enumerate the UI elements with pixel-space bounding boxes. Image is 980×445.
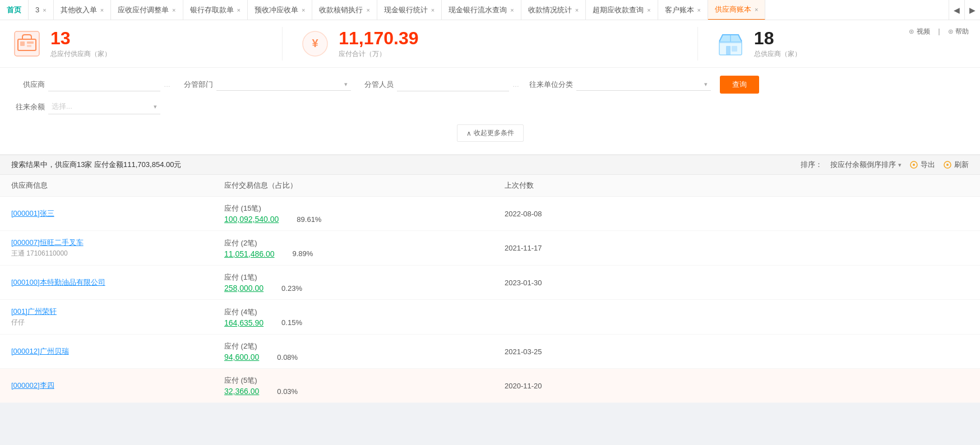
supplier-input[interactable] (48, 78, 160, 91)
nav-tab-receipt-verify-close[interactable]: × (366, 7, 369, 13)
nav-tab-supplier-ledger[interactable]: 供应商账本 × (708, 0, 765, 20)
supplier-link-3[interactable]: [000100]本特勤油品有限公司 (11, 277, 224, 288)
supplier-link-6[interactable]: [000002]李四 (11, 381, 224, 391)
result-bar: 搜索结果中，供应商13家 应付金额111,703,854.00元 排序： 按应付… (0, 155, 980, 175)
trade-info-3: 应付 (1笔) (224, 272, 505, 282)
nav-tab-customer-ledger-close[interactable]: × (697, 7, 701, 13)
table-row: [000100]本特勤油品有限公司 应付 (1笔) 258,000.00 0.2… (0, 266, 980, 300)
export-button[interactable]: 导出 (909, 160, 935, 170)
trade-amount-1[interactable]: 100,092,540.00 (224, 215, 279, 224)
stat-block-1: 13 总应付供应商（家） (11, 28, 265, 59)
nav-tab-overdue-ar[interactable]: 超期应收款查询 × (586, 0, 658, 20)
row-trade-col: 应付 (2笔) 11,051,486.00 9.89% (224, 238, 505, 258)
collapse-wrap: ∧ 收起更多条件 (11, 120, 969, 151)
nav-tab-ar-ap-adjust-label: 应收应付调整单 (118, 5, 169, 15)
person-input[interactable] (397, 78, 509, 91)
balance-select[interactable]: 选择... ▾ (48, 99, 160, 114)
nav-tab-supplier-ledger-close[interactable]: × (755, 6, 758, 13)
trade-type-3: 应付 ( (224, 273, 243, 281)
person-ellipsis-icon[interactable]: … (512, 81, 519, 89)
nav-tab-ar-ap-adjust[interactable]: 应收应付调整单 × (111, 0, 183, 20)
nav-tab-bank-deposit[interactable]: 银行存取款单 × (183, 0, 248, 20)
supplier-link-4[interactable]: [001]广州荣轩 (11, 307, 224, 317)
trade-count-1: 15笔 (243, 204, 258, 212)
help-link[interactable]: ⊙ 帮助 (948, 27, 969, 36)
collapse-up-icon: ∧ (466, 129, 471, 137)
person-field: 分管人员 … (360, 78, 519, 91)
nav-tab-receipt-verify-label: 收款核销执行 (319, 5, 363, 15)
balance-dropdown-icon: ▾ (154, 103, 157, 110)
nav-tab-other-income-close[interactable]: × (100, 7, 104, 13)
nav-tab-cash-bank-stats-close[interactable]: × (431, 7, 434, 13)
stat-number-3: 18 (754, 29, 801, 47)
supplier-label: 供应商 (11, 80, 45, 90)
supplier-field: 供应商 … (11, 78, 170, 91)
nav-tab-pre-receive[interactable]: 预收冲应收单 × (248, 0, 312, 20)
trade-amount-2[interactable]: 11,051,486.00 (224, 249, 275, 258)
collapse-button[interactable]: ∧ 收起更多条件 (457, 124, 524, 142)
nav-scroll-left[interactable]: ◀ (949, 0, 964, 20)
svg-point-15 (946, 164, 949, 166)
query-button[interactable]: 查询 (720, 76, 759, 94)
svg-rect-8 (726, 46, 731, 55)
nav-tab-customer-ledger[interactable]: 客户账本 × (658, 0, 708, 20)
refresh-icon (943, 160, 952, 169)
stat-label-2: 应付合计（万） (339, 49, 418, 59)
supplier-link-1[interactable]: [000001]张三 (11, 208, 224, 219)
trade-amount-row-2: 11,051,486.00 9.89% (224, 249, 505, 258)
video-link[interactable]: ⊙ 视频 (909, 27, 930, 36)
trade-info-5: 应付 (2笔) (224, 341, 505, 351)
stat-divider-2 (697, 27, 698, 61)
row-lastpay-col-1: 2022-08-08 (505, 203, 969, 224)
nav-tab-other-income[interactable]: 其他收入单 × (54, 0, 111, 20)
trade-amount-4[interactable]: 164,635.90 (224, 318, 264, 327)
person-label: 分管人员 (360, 80, 394, 90)
supplier-ellipsis-icon[interactable]: … (164, 81, 170, 89)
lastpay-date-2: 2021-11-17 (505, 244, 542, 252)
nav-tab-bank-deposit-close[interactable]: × (237, 7, 241, 13)
refresh-button[interactable]: 刷新 (943, 160, 969, 170)
supplier-link-2[interactable]: [000007]恒旺二手叉车 (11, 238, 224, 248)
dept-select[interactable]: ▾ (216, 78, 351, 91)
nav-scroll-right[interactable]: ▶ (964, 0, 980, 20)
nav-tab-cash-bank-query-close[interactable]: × (510, 7, 514, 13)
row-supplier-col: [000100]本特勤油品有限公司 (11, 272, 224, 293)
svg-rect-10 (719, 41, 742, 43)
trade-info-1: 应付 (15笔) (224, 203, 505, 214)
table-row: [001]广州荣轩 仔仔 应付 (4笔) 164,635.90 0.15% (0, 300, 980, 335)
nav-tab-customer-ledger-label: 客户账本 (665, 5, 694, 15)
trade-count-5: 2笔 (243, 342, 255, 350)
export-icon (909, 160, 918, 169)
trade-amount-5[interactable]: 94,600.00 (224, 353, 259, 361)
nav-tab-home[interactable]: 首页 (0, 0, 29, 20)
trade-amount-3[interactable]: 258,000.00 (224, 284, 264, 293)
trade-count-6: 5笔 (243, 376, 255, 384)
link-separator: ｜ (936, 27, 942, 36)
supplier-link-5[interactable]: [000012]广州贝瑞 (11, 346, 224, 356)
nav-tab-ar-ap-adjust-close[interactable]: × (172, 7, 175, 13)
row-trade-col: 应付 (2笔) 94,600.00 0.08% (224, 341, 505, 361)
trade-percent-6: 0.03% (277, 387, 298, 396)
nav-tab-3-close[interactable]: × (43, 7, 46, 13)
nav-tab-receipt-stats-close[interactable]: × (575, 7, 579, 13)
nav-tab-cash-bank-query-label: 现金银行流水查询 (449, 5, 507, 15)
table-row: [000007]恒旺二手叉车 王通 17106110000 应付 (2笔) 11… (0, 231, 980, 266)
nav-tab-3[interactable]: 3 × (29, 0, 54, 20)
nav-tab-3-label: 3 (35, 6, 39, 14)
sort-button[interactable]: 按应付余额倒序排序 ▾ (830, 160, 902, 170)
money-icon: ¥ (299, 28, 331, 59)
collapse-label: 收起更多条件 (474, 128, 514, 138)
row-lastpay-col-4 (505, 307, 969, 327)
lastpay-date-3: 2023-01-30 (505, 279, 542, 287)
nav-tab-receipt-stats[interactable]: 收款情况统计 × (521, 0, 586, 20)
table: 供应商信息 应付交易信息（占比） 上次付数 [000001]张三 应付 (15笔… (0, 175, 980, 403)
trade-amount-6[interactable]: 32,366.00 (224, 387, 259, 396)
nav-tab-overdue-ar-close[interactable]: × (647, 7, 650, 13)
nav-tab-cash-bank-query[interactable]: 现金银行流水查询 × (442, 0, 521, 20)
nav-tab-receipt-verify[interactable]: 收款核销执行 × (312, 0, 377, 20)
nav-tab-cash-bank-stats[interactable]: 现金银行统计 × (377, 0, 442, 20)
category-select[interactable]: ▾ (576, 78, 711, 91)
trade-amount-row-1: 100,092,540.00 89.61% (224, 215, 505, 224)
nav-tab-pre-receive-close[interactable]: × (302, 7, 305, 13)
trade-percent-3: 0.23% (281, 284, 302, 293)
